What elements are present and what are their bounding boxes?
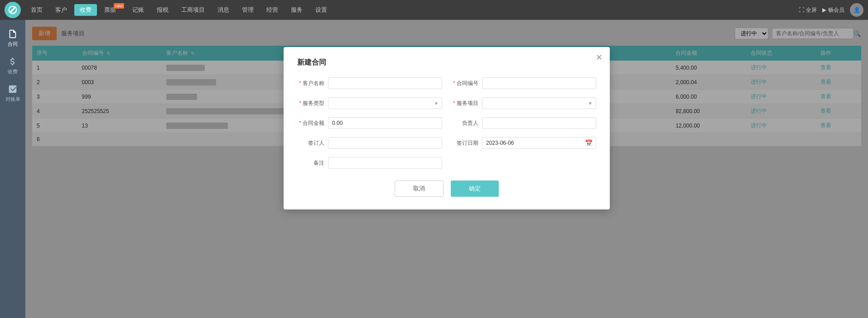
nav-invoice[interactable]: 票据 new	[99, 4, 125, 16]
field-service-type: 服务类型 ▼	[297, 97, 442, 109]
form-row-2: 服务类型 ▼ 服务项目	[297, 97, 596, 109]
fullscreen-icon: ⛶	[799, 7, 804, 13]
nav-operation[interactable]: 经营	[261, 4, 284, 16]
content-area: 新增 服务项目 进行中 已结束 全部 🔍 序号 合同编	[25, 20, 868, 318]
signer-label: 签订人	[297, 139, 324, 147]
nav-business[interactable]: 工商项目	[176, 4, 210, 16]
contract-no-label: 合同编号	[451, 80, 478, 87]
service-type-select[interactable]	[328, 97, 442, 109]
form-row-4: 签订人 签订日期 📅	[297, 137, 596, 149]
service-item-select[interactable]	[482, 97, 596, 109]
modal-overlay: 新建合同 ✕ 客户名称 合同编号 服务类型	[25, 20, 868, 318]
nav-settings[interactable]: 设置	[310, 4, 333, 16]
member-button[interactable]: ▶ 畅会员	[822, 6, 844, 14]
sidebar-item-fee[interactable]: 收费	[0, 52, 25, 80]
main-layout: 合同 收费 对账单 新增 服务项目 进	[0, 20, 868, 318]
nav-service[interactable]: 服务	[285, 4, 308, 16]
user-avatar[interactable]: 👤	[850, 3, 863, 17]
remark-label: 备注	[297, 159, 324, 167]
field-customer-name: 客户名称	[297, 77, 442, 89]
cancel-button[interactable]: 取消	[395, 180, 444, 197]
nav-message[interactable]: 消息	[212, 4, 235, 16]
fee-icon	[8, 57, 18, 66]
responsible-input[interactable]	[482, 117, 596, 129]
form-row-3: 合同金额 负责人	[297, 117, 596, 129]
modal-footer: 取消 确定	[297, 180, 596, 197]
app-logo[interactable]	[5, 2, 21, 18]
contract-no-input[interactable]	[482, 77, 596, 89]
field-contract-no: 合同编号	[451, 77, 596, 89]
modal-title: 新建合同	[297, 58, 596, 67]
remark-input[interactable]	[328, 157, 442, 169]
service-type-wrapper: ▼	[328, 97, 442, 109]
field-sign-date: 签订日期 📅	[451, 137, 596, 149]
amount-label: 合同金额	[297, 119, 324, 127]
sidebar: 合同 收费 对账单	[0, 20, 25, 318]
form-row-5: 备注	[297, 157, 596, 169]
calendar-icon: 📅	[585, 139, 593, 147]
responsible-label: 负责人	[451, 119, 478, 127]
field-amount: 合同金额	[297, 117, 442, 129]
nav-customer[interactable]: 客户	[50, 4, 72, 16]
customer-name-label: 客户名称	[297, 80, 324, 87]
contract-icon	[8, 29, 18, 39]
nav-tax[interactable]: 报税	[151, 4, 174, 16]
sidebar-item-contract[interactable]: 合同	[0, 24, 25, 52]
play-icon: ▶	[822, 7, 826, 13]
confirm-button[interactable]: 确定	[451, 180, 499, 197]
amount-input[interactable]	[328, 117, 442, 129]
statement-icon	[8, 84, 18, 94]
service-item-label: 服务项目	[451, 100, 478, 107]
field-responsible: 负责人	[451, 117, 596, 129]
field-remark: 备注	[297, 157, 442, 169]
top-navigation: 首页 客户 收费 票据 new 记账 报税 工商项目 消息 管理 经营 服务 设…	[0, 0, 868, 20]
fullscreen-button[interactable]: ⛶ 全屏	[799, 6, 817, 14]
nav-home[interactable]: 首页	[25, 4, 48, 16]
sign-date-input[interactable]	[482, 137, 596, 149]
nav-fee[interactable]: 收费	[74, 4, 97, 16]
avatar-icon: 👤	[854, 7, 860, 13]
modal-close-button[interactable]: ✕	[596, 53, 603, 62]
service-type-label: 服务类型	[297, 100, 324, 107]
new-badge: new	[114, 3, 124, 9]
nav-bookkeeping[interactable]: 记账	[127, 4, 149, 16]
new-contract-modal: 新建合同 ✕ 客户名称 合同编号 服务类型	[284, 47, 610, 209]
nav-right-actions: ⛶ 全屏 ▶ 畅会员 👤	[799, 3, 863, 17]
field-signer: 签订人	[297, 137, 442, 149]
sidebar-item-statement[interactable]: 对账单	[0, 80, 25, 107]
signer-input[interactable]	[328, 137, 442, 149]
customer-name-input[interactable]	[328, 77, 442, 89]
sign-date-label: 签订日期	[451, 139, 478, 147]
nav-menu: 首页 客户 收费 票据 new 记账 报税 工商项目 消息 管理 经营 服务 设…	[25, 4, 799, 16]
field-service-item: 服务项目 ▼	[451, 97, 596, 109]
sign-date-wrapper: 📅	[482, 137, 596, 149]
nav-manage[interactable]: 管理	[236, 4, 259, 16]
form-row-1: 客户名称 合同编号	[297, 77, 596, 89]
service-item-wrapper: ▼	[482, 97, 596, 109]
